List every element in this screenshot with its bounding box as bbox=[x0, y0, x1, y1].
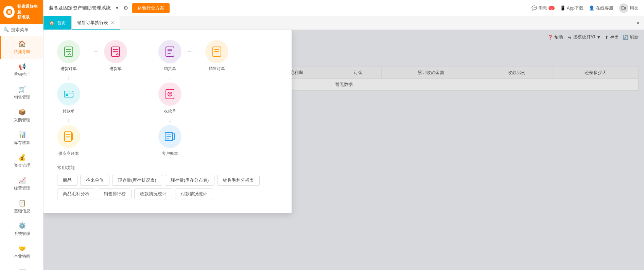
flow-node-sales-order[interactable]: 销售订单 bbox=[205, 40, 228, 72]
arrow-down-4: ↓ bbox=[168, 116, 172, 123]
supplier-ledger-icon bbox=[57, 125, 80, 148]
message-btn[interactable]: 💬 消息 6 bbox=[532, 5, 555, 11]
sidebar-item-guide[interactable]: 📖 新手引导 bbox=[0, 264, 43, 270]
flow-node-purchase[interactable]: 进货单 bbox=[104, 40, 127, 72]
system-icon: ⚙️ bbox=[18, 222, 26, 230]
flow-col-fourth: 销售订单 bbox=[205, 40, 228, 72]
topbar-right: 💬 消息 6 📱 App下载 👤 在线客服 Ea 用友 bbox=[532, 3, 639, 13]
arrow-down-2: ↓ bbox=[168, 74, 172, 80]
flow-modal: 进货订单 ↓ 付款单 ↓ bbox=[43, 30, 292, 213]
tab-home[interactable]: 🏠 首页 bbox=[43, 16, 72, 30]
arrow-down-1: ↓ bbox=[67, 74, 70, 80]
topbar: 装备及固定资产辅助管理系统 ▼ ⚙ 体验行业方案 💬 消息 6 📱 App下载 … bbox=[43, 0, 644, 16]
flow-col-left: 进货订单 ↓ 付款单 ↓ bbox=[57, 40, 80, 157]
online-service-btn[interactable]: 👤 在线客服 bbox=[589, 5, 613, 11]
logo-text: 畅康通好生意 标准版 bbox=[17, 4, 40, 20]
tabbar: 🏠 首页 销售订单执行表 ✕ ✕ bbox=[43, 16, 644, 30]
experience-btn[interactable]: 体验行业方案 bbox=[132, 3, 170, 13]
basics-icon: 📋 bbox=[18, 199, 26, 207]
home-tab-icon: 🏠 bbox=[49, 20, 54, 25]
function-buttons: 商品 往来单位 现存量(库存状况表) 现存量(库存分布表) 销售毛利分析表 商品… bbox=[57, 175, 278, 199]
tab-close-icon[interactable]: ✕ bbox=[111, 20, 114, 25]
payment-icon bbox=[57, 83, 80, 106]
sidebar-item-system[interactable]: ⚙️ 系统管理 bbox=[0, 218, 43, 241]
title-dropdown[interactable]: ▼ bbox=[115, 5, 119, 11]
func-btn-sales-margin[interactable]: 销售毛利分析表 bbox=[217, 175, 260, 186]
content-area: ❓ 帮助 🖨 按模板打印 ▼ ⬆ 导出 🔄 刷新 bbox=[43, 30, 644, 270]
func-btn-receipt-stats[interactable]: 收款情况统计 bbox=[134, 188, 172, 199]
dropdown-arrow-icon: ▼ bbox=[115, 5, 119, 11]
purchase-order-icon bbox=[57, 40, 80, 63]
flow-node-customer-ledger[interactable]: 客户账本 bbox=[158, 125, 181, 157]
phone-icon: 📱 bbox=[560, 5, 565, 11]
main-content: 装备及固定资产辅助管理系统 ▼ ⚙ 体验行业方案 💬 消息 6 📱 App下载 … bbox=[43, 0, 644, 270]
svg-rect-9 bbox=[65, 132, 71, 141]
flow-node-receipt[interactable]: ¥ 收款单 bbox=[158, 83, 181, 114]
flow-node-payment[interactable]: 付款单 bbox=[57, 83, 80, 114]
sales-order-icon bbox=[205, 40, 228, 63]
customer-ledger-icon bbox=[158, 125, 181, 148]
search-menu[interactable]: 🔍 搜索菜单 bbox=[0, 24, 43, 36]
flow-node-purchase-order[interactable]: 进货订单 bbox=[57, 40, 80, 72]
service-icon: 👤 bbox=[589, 5, 594, 11]
svg-rect-27 bbox=[173, 134, 175, 139]
modal-content: 进货订单 ↓ 付款单 ↓ bbox=[43, 30, 292, 213]
receipt-icon: ¥ bbox=[158, 83, 181, 106]
close-all-tabs-btn[interactable]: ✕ bbox=[632, 16, 644, 30]
tab-spacer bbox=[120, 16, 632, 30]
user-menu[interactable]: Ea 用友 bbox=[619, 3, 639, 13]
sidebar-item-quick-nav[interactable]: 🏠 快捷导航 bbox=[0, 36, 43, 59]
svg-rect-18 bbox=[166, 47, 174, 56]
marketing-icon: 📢 bbox=[18, 63, 26, 70]
svg-text:畅: 畅 bbox=[7, 10, 11, 14]
func-btn-product-margin[interactable]: 商品毛利分析 bbox=[57, 188, 95, 199]
purchase-icon: 📦 bbox=[18, 108, 26, 116]
home-icon: 🏠 bbox=[18, 40, 26, 48]
svg-rect-8 bbox=[66, 94, 68, 96]
sidebar-item-purchase[interactable]: 📦 采购管理 bbox=[0, 104, 43, 127]
func-btn-sales-rank[interactable]: 销售排行榜 bbox=[98, 188, 132, 199]
arrow-left-1: ←- - - bbox=[187, 40, 200, 54]
sidebar-item-marketing[interactable]: 📢 营销推广 bbox=[0, 59, 43, 82]
sidebar-item-operations[interactable]: 📈 经营管理 bbox=[0, 173, 43, 195]
func-btn-product[interactable]: 商品 bbox=[57, 175, 77, 186]
tab-sales-order[interactable]: 销售订单执行表 ✕ bbox=[72, 16, 120, 30]
svg-rect-6 bbox=[64, 91, 73, 97]
func-btn-partners[interactable]: 往来单位 bbox=[80, 175, 109, 186]
logo-icon: 畅 bbox=[3, 6, 15, 18]
func-btn-stock-dist[interactable]: 现存量(库存分布表) bbox=[165, 175, 215, 186]
message-icon: 💬 bbox=[532, 5, 537, 11]
common-functions-title: 常用功能 bbox=[57, 165, 278, 171]
operations-icon: 📈 bbox=[18, 177, 26, 184]
modal-overlay: 进货订单 ↓ 付款单 ↓ bbox=[43, 30, 644, 270]
sales-bill-icon bbox=[158, 40, 181, 63]
func-btn-payment-stats[interactable]: 付款情况统计 bbox=[175, 188, 213, 199]
flow-col-third: 销货单 ↓ ¥ 收款单 ↓ bbox=[158, 40, 181, 157]
inventory-icon: 📊 bbox=[18, 131, 26, 139]
flow-node-sales-bill[interactable]: 销货单 bbox=[158, 40, 181, 72]
message-badge: 6 bbox=[549, 6, 555, 10]
settings-icon[interactable]: ⚙ bbox=[123, 5, 128, 11]
app-download-btn[interactable]: 📱 App下载 bbox=[560, 5, 584, 11]
sidebar-item-inventory[interactable]: 📊 库存核算 bbox=[0, 127, 43, 150]
sidebar-item-enterprise[interactable]: 🤝 企业协同 bbox=[0, 241, 43, 264]
system-title: 装备及固定资产辅助管理系统 bbox=[49, 5, 111, 11]
guide-icon: 📖 bbox=[18, 268, 26, 270]
sidebar-item-basics[interactable]: 📋 基础信息 bbox=[0, 195, 43, 218]
avatar: Ea bbox=[619, 3, 628, 13]
flow-col-second: 进货单 bbox=[104, 40, 127, 72]
svg-text:¥: ¥ bbox=[169, 92, 171, 96]
arrow-right-1: - - -→ bbox=[86, 40, 99, 54]
arrow-down-3: ↓ bbox=[67, 116, 70, 123]
flow-diagram: 进货订单 ↓ 付款单 ↓ bbox=[57, 40, 278, 157]
sidebar-item-finance[interactable]: 💰 资金管理 bbox=[0, 150, 43, 173]
purchase-icon bbox=[104, 40, 127, 63]
common-functions: 常用功能 商品 往来单位 现存量(库存状况表) 现存量(库存分布表) 销售毛利分… bbox=[57, 165, 278, 205]
finance-icon: 💰 bbox=[18, 154, 26, 161]
enterprise-icon: 🤝 bbox=[18, 245, 26, 252]
sidebar-item-sales[interactable]: 🛒 销售管理 bbox=[0, 82, 43, 104]
svg-rect-10 bbox=[71, 133, 73, 140]
flow-node-supplier-ledger[interactable]: 供应商账本 bbox=[57, 125, 80, 157]
search-icon: 🔍 bbox=[3, 27, 9, 32]
func-btn-stock-status[interactable]: 现存量(库存状况表) bbox=[112, 175, 162, 186]
